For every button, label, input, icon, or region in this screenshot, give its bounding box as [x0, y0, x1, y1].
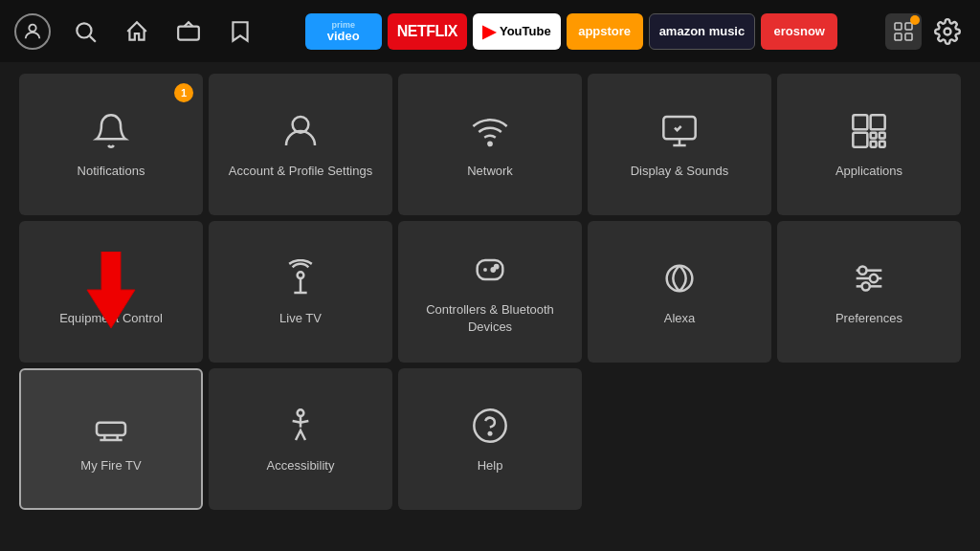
- bell-icon: [89, 109, 133, 153]
- accessibility-icon: [278, 404, 323, 448]
- help-icon: [468, 404, 512, 448]
- tile-help[interactable]: Help: [398, 368, 582, 510]
- tile-notifications-label: Notifications: [70, 163, 153, 180]
- amazon-music-button[interactable]: amazon music: [649, 13, 756, 50]
- svg-point-42: [474, 409, 505, 441]
- svg-rect-13: [871, 115, 885, 129]
- svg-line-2: [90, 35, 96, 41]
- tile-display-sounds[interactable]: Display & Sounds: [588, 74, 771, 215]
- svg-rect-4: [895, 23, 902, 30]
- monitor-icon: [657, 109, 702, 153]
- antenna-icon: [278, 256, 323, 300]
- home-icon[interactable]: [120, 14, 154, 49]
- svg-point-34: [858, 266, 866, 274]
- svg-point-8: [945, 28, 951, 34]
- tile-applications-label: Applications: [828, 163, 910, 180]
- notification-badge: 1: [174, 83, 193, 102]
- svg-point-30: [667, 266, 693, 292]
- wifi-icon: [468, 109, 512, 153]
- svg-point-41: [298, 409, 304, 416]
- svg-rect-25: [478, 260, 503, 279]
- svg-point-29: [495, 265, 498, 268]
- svg-rect-17: [871, 142, 877, 147]
- tile-help-label: Help: [470, 457, 511, 474]
- grid-apps-button[interactable]: [885, 13, 922, 50]
- tile-alexa[interactable]: Alexa: [588, 221, 771, 363]
- svg-point-36: [862, 282, 870, 290]
- controller-icon: [468, 248, 512, 292]
- remote-icon: [89, 256, 133, 300]
- app-shortcuts: prime video NETFLIX ▶ YouTube appstore a…: [267, 13, 876, 50]
- appstore-button[interactable]: appstore: [567, 13, 643, 50]
- prime-video-button[interactable]: prime video: [305, 13, 382, 50]
- tile-network[interactable]: Network: [398, 74, 582, 215]
- search-icon[interactable]: [68, 14, 102, 49]
- tile-live-tv[interactable]: Live TV: [209, 221, 392, 363]
- svg-point-28: [492, 268, 495, 271]
- tile-preferences-label: Preferences: [828, 310, 910, 327]
- tile-my-fire-tv-label: My Fire TV: [73, 457, 148, 474]
- tile-preferences[interactable]: Preferences: [777, 221, 961, 363]
- svg-rect-6: [895, 33, 902, 40]
- top-navigation: prime video NETFLIX ▶ YouTube appstore a…: [0, 0, 980, 62]
- tile-network-label: Network: [459, 163, 521, 180]
- svg-rect-18: [880, 142, 885, 147]
- youtube-button[interactable]: ▶ YouTube: [473, 13, 561, 50]
- svg-rect-37: [97, 423, 125, 435]
- tile-controllers-label: Controllers & Bluetooth Devices: [398, 301, 582, 336]
- svg-rect-16: [880, 133, 885, 139]
- tile-live-tv-label: Live TV: [272, 310, 329, 327]
- bookmark-icon[interactable]: [223, 14, 257, 49]
- tv-icon[interactable]: [171, 14, 206, 49]
- erosnow-button[interactable]: erosnow: [761, 13, 837, 50]
- svg-rect-12: [853, 115, 867, 129]
- tile-display-label: Display & Sounds: [623, 163, 737, 180]
- settings-button[interactable]: [929, 13, 966, 50]
- sliders-icon: [847, 256, 891, 300]
- svg-point-35: [870, 275, 878, 282]
- apps-grid-icon: [847, 109, 891, 153]
- tile-equipment-label: Equipment Control: [52, 310, 170, 327]
- svg-rect-7: [905, 33, 912, 40]
- person-icon: [278, 109, 323, 153]
- tile-notifications[interactable]: 1 Notifications: [19, 74, 203, 215]
- tile-account-label: Account & Profile Settings: [221, 163, 380, 180]
- tile-accessibility-label: Accessibility: [259, 457, 343, 474]
- svg-point-23: [298, 272, 304, 278]
- tile-accessibility[interactable]: Accessibility: [209, 368, 392, 510]
- user-avatar[interactable]: [14, 13, 51, 50]
- svg-point-21: [109, 274, 112, 276]
- svg-point-1: [77, 23, 91, 37]
- svg-rect-15: [871, 133, 877, 139]
- nav-right-icons: [885, 13, 966, 50]
- tile-controllers-bluetooth[interactable]: Controllers & Bluetooth Devices: [398, 221, 582, 363]
- netflix-button[interactable]: NETFLIX: [388, 13, 467, 50]
- update-dot: [910, 15, 920, 25]
- tile-account-profile[interactable]: Account & Profile Settings: [209, 74, 392, 215]
- settings-grid: 1 Notifications Account & Profile Settin…: [0, 62, 980, 521]
- tile-my-fire-tv[interactable]: My Fire TV: [19, 368, 203, 510]
- alexa-icon: [657, 256, 702, 300]
- firetv-icon: [89, 404, 133, 448]
- nav-left-icons: [14, 13, 257, 50]
- svg-point-0: [29, 24, 35, 31]
- svg-point-10: [488, 143, 491, 145]
- tile-alexa-label: Alexa: [657, 310, 703, 327]
- svg-rect-3: [178, 26, 199, 39]
- tile-equipment-control[interactable]: Equipment Control: [19, 221, 203, 363]
- tile-applications[interactable]: Applications: [777, 74, 961, 215]
- svg-rect-14: [853, 133, 867, 147]
